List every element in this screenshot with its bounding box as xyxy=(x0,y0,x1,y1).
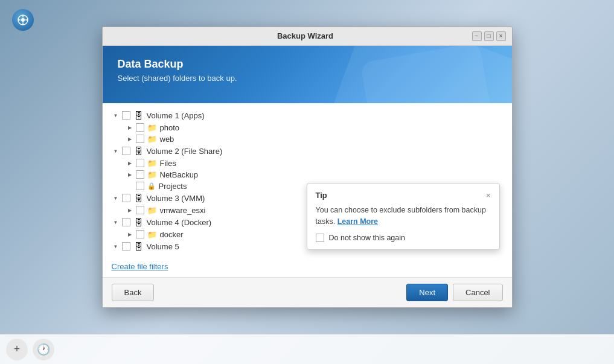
tree-row-web: ▶ 📁 web xyxy=(112,133,503,145)
checkbox-photo[interactable] xyxy=(136,123,144,132)
next-button[interactable]: Next xyxy=(406,284,448,301)
expand-vol5[interactable]: ▼ xyxy=(112,242,120,251)
checkbox-vol4[interactable] xyxy=(122,218,130,226)
folder-icon-netbackup: 📁 xyxy=(147,170,157,179)
expand-vol3[interactable]: ▼ xyxy=(112,194,120,202)
checkbox-vol2[interactable] xyxy=(122,147,130,155)
label-vol4: Volume 4 (Docker) xyxy=(147,218,212,227)
svg-point-1 xyxy=(21,18,25,22)
cancel-button[interactable]: Cancel xyxy=(453,284,502,301)
header-subtitle: Select (shared) folders to back up. xyxy=(118,74,497,83)
tree-row-vol1: ▼ 🗄 Volume 1 (Apps) xyxy=(112,109,503,122)
label-photo: photo xyxy=(160,123,180,132)
dialog-footer: Back Next Cancel xyxy=(103,277,512,307)
tree-node-vol1: ▼ 🗄 Volume 1 (Apps) ▶ 📁 photo xyxy=(112,109,503,145)
label-vol5: Volume 5 xyxy=(147,242,179,251)
label-vmware: vmware_esxi xyxy=(160,206,206,215)
label-docker: docker xyxy=(160,230,184,239)
expand-files[interactable]: ▶ xyxy=(126,159,134,167)
checkbox-docker[interactable] xyxy=(136,230,144,238)
tip-do-not-show-label: Do not show this again xyxy=(329,234,405,242)
label-vol1: Volume 1 (Apps) xyxy=(147,111,205,120)
checkbox-vol3[interactable] xyxy=(122,194,130,202)
title-bar: Backup Wizard − □ × xyxy=(103,27,512,46)
footer-right: Next Cancel xyxy=(406,284,502,301)
folder-icon-files: 📁 xyxy=(147,159,157,168)
label-files: Files xyxy=(160,159,176,168)
history-icon: 🕐 xyxy=(37,343,50,356)
folder-icon-vmware: 📁 xyxy=(147,206,157,215)
folder-icon-photo: 📁 xyxy=(147,123,157,132)
tree-row-vol2: ▼ 🗄 Volume 2 (File Share) xyxy=(112,145,503,158)
tip-do-not-show-checkbox[interactable] xyxy=(316,234,324,242)
label-netbackup: NetBackup xyxy=(160,170,199,179)
tree-row-netbackup: ▶ 📁 NetBackup xyxy=(112,169,503,180)
tree-row-files: ▶ 📁 Files xyxy=(112,158,503,169)
folder-icon-docker: 📁 xyxy=(147,230,157,239)
checkbox-web[interactable] xyxy=(136,135,144,143)
taskbar-add-button[interactable]: + xyxy=(6,339,28,360)
tip-text: You can choose to exclude subfolders fro… xyxy=(316,205,491,228)
tip-title: Tip xyxy=(316,191,327,200)
checkbox-netbackup[interactable] xyxy=(136,170,144,179)
volume-icon-vol5: 🗄 xyxy=(134,241,143,252)
checkbox-vol5[interactable] xyxy=(122,242,130,251)
expand-vol1[interactable]: ▼ xyxy=(112,111,120,120)
volume-icon-vol4: 🗄 xyxy=(134,217,143,228)
checkbox-vmware[interactable] xyxy=(136,206,144,214)
header-title: Data Backup xyxy=(118,58,497,71)
lock-icon-projects: 🔒 xyxy=(147,182,156,190)
desktop: Backup Wizard − □ × Data Backup Select (… xyxy=(0,0,614,364)
expand-vol2[interactable]: ▼ xyxy=(112,147,120,155)
taskbar-history-button[interactable]: 🕐 xyxy=(33,339,54,360)
volume-icon-vol2: 🗄 xyxy=(134,146,143,156)
expand-web[interactable]: ▶ xyxy=(126,135,134,143)
checkbox-vol1[interactable] xyxy=(122,111,130,120)
tip-close-button[interactable]: × xyxy=(486,191,491,199)
dialog-header: Data Backup Select (shared) folders to b… xyxy=(103,46,512,103)
label-web: web xyxy=(160,135,174,144)
label-projects: Projects xyxy=(159,182,187,191)
backup-wizard-dialog: Backup Wizard − □ × Data Backup Select (… xyxy=(102,27,513,308)
tree-row-photo: ▶ 📁 photo xyxy=(112,122,503,133)
label-vol3: Volume 3 (VMM) xyxy=(147,194,205,203)
expand-photo[interactable]: ▶ xyxy=(126,123,134,132)
expand-netbackup[interactable]: ▶ xyxy=(126,170,134,179)
title-bar-controls: − □ × xyxy=(472,31,506,41)
tip-footer: Do not show this again xyxy=(316,234,491,242)
back-button[interactable]: Back xyxy=(112,284,155,301)
expand-vol4[interactable]: ▼ xyxy=(112,218,120,226)
label-vol2: Volume 2 (File Share) xyxy=(147,147,223,156)
tip-header: Tip × xyxy=(316,191,491,200)
expand-docker[interactable]: ▶ xyxy=(126,230,134,238)
dialog-body: ▼ 🗄 Volume 1 (Apps) ▶ 📁 photo xyxy=(103,103,512,277)
tip-popup: Tip × You can choose to exclude subfolde… xyxy=(307,183,500,250)
checkbox-projects[interactable] xyxy=(136,182,144,190)
create-filters-link[interactable]: Create file filters xyxy=(103,259,512,277)
minimize-button[interactable]: − xyxy=(472,31,482,41)
folder-icon-web: 📁 xyxy=(147,135,157,144)
close-button[interactable]: × xyxy=(496,31,506,41)
taskbar: + 🕐 xyxy=(0,334,614,364)
volume-icon-vol3: 🗄 xyxy=(134,193,143,203)
checkbox-files[interactable] xyxy=(136,159,144,167)
learn-more-link[interactable]: Learn More xyxy=(337,217,378,226)
volume-icon-vol1: 🗄 xyxy=(134,110,143,121)
maximize-button[interactable]: □ xyxy=(484,31,494,41)
app-icon xyxy=(12,9,34,31)
footer-left: Back xyxy=(112,284,155,301)
expand-vmware[interactable]: ▶ xyxy=(126,206,134,214)
dialog-title: Backup Wizard xyxy=(139,31,472,40)
